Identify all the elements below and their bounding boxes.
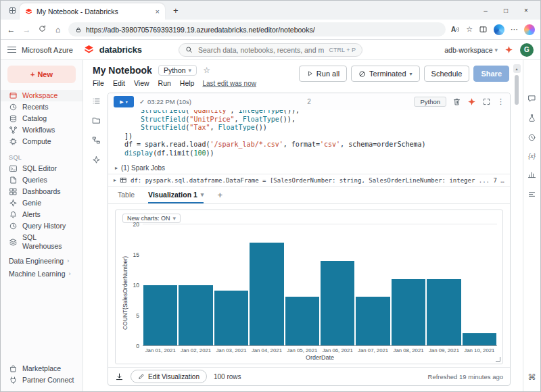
dag-graph-icon[interactable] [92,136,101,145]
menu-help[interactable]: Help [180,79,195,87]
fullscreen-icon[interactable] [482,97,491,106]
workspace-selector[interactable]: adb-workspace▾ [444,46,498,54]
menu-view[interactable]: View [134,79,149,87]
sidebar-item-marketplace[interactable]: Marketplace [1,363,83,374]
forward-icon[interactable]: → [22,26,32,34]
bar-Jan 08, 2021[interactable] [392,279,425,345]
bar-Jan 02, 2021[interactable] [179,285,212,346]
cluster-status-button[interactable]: Terminated ▾ [351,66,419,82]
bar-Jan 03, 2021[interactable] [214,291,248,345]
tab-close-icon[interactable]: × [156,8,160,16]
bar-Jan 04, 2021[interactable] [250,243,283,345]
tab-visualization-1[interactable]: Visualization 1▾ [148,187,204,203]
table-of-contents-icon[interactable] [92,97,101,105]
window-close-button[interactable]: × [516,7,536,14]
refresh-icon[interactable] [37,24,47,34]
outline-icon[interactable] [527,190,536,199]
edit-visualization-button[interactable]: Edit Visualization [131,370,207,383]
sidebar-item-catalog[interactable]: Catalog [1,113,83,124]
schedule-button[interactable]: Schedule [424,66,470,82]
language-selector[interactable]: Python▾ [158,65,197,76]
code-editor[interactable]: StructField("Quantity", IntegerType()), … [108,110,510,162]
window-maximize-button[interactable]: □ [496,7,516,14]
browser-menu-icon[interactable]: ⋯ [511,26,518,33]
new-tab-button[interactable]: + [173,6,179,15]
folder-icon[interactable] [92,116,101,125]
sidebar-item-sql-editor[interactable]: SQL Editor [1,163,83,174]
sidebar-item-sql-warehouses[interactable]: SQL Warehouses [1,232,83,252]
scroll-up-icon[interactable]: ▴ [513,64,521,73]
left-sidebar: +New Workspace Recents Catalog Workflows… [1,60,83,391]
resize-handle[interactable] [496,357,500,362]
sidebar-item-recents[interactable]: Recents [1,101,83,113]
menu-edit[interactable]: Edit [113,79,125,87]
tab-title: My Notebook - Databricks [37,7,151,16]
search-input[interactable] [197,45,325,55]
run-all-button[interactable]: Run all [299,66,347,82]
bar-Jan 06, 2021[interactable] [321,261,354,345]
menu-file[interactable]: File [93,79,104,87]
scrollbar-thumb[interactable] [515,75,519,105]
variable-explorer-icon[interactable]: {x} [528,153,536,160]
sidebar-item-queries[interactable]: Queries [1,174,83,186]
sidebar-item-genie[interactable]: Genie [1,197,83,209]
run-cell-button[interactable]: ▶▾ [114,96,134,107]
assistant-sparkle-icon[interactable] [504,45,513,54]
sidebar-item-query-history[interactable]: Query History [1,220,83,232]
version-history-icon[interactable] [527,133,536,142]
kebab-menu-icon[interactable]: ⋮ [497,97,504,106]
pencil-icon [138,373,145,380]
sidebar-group-machine-learning[interactable]: Machine Learning› [1,265,83,278]
sidebar-item-partner-connect[interactable]: Partner Connect [1,374,83,386]
databricks-favicon-icon [25,8,32,16]
shortcuts-icon[interactable]: ⌘ [528,372,536,382]
sidebar-item-compute[interactable]: Compute [1,136,83,147]
back-icon[interactable]: ← [6,26,16,34]
assistant-sparkle-icon[interactable] [467,97,476,106]
add-visualization-button[interactable]: + [217,190,222,200]
browser-tab[interactable]: My Notebook - Databricks × [20,3,165,20]
bar-Jan 09, 2021[interactable] [427,279,461,345]
copilot-icon[interactable] [524,24,535,35]
charts-icon[interactable] [527,170,536,179]
y-tick-label: 5 [136,313,139,319]
experiments-flask-icon[interactable] [527,114,536,122]
sidebar-item-dashboards[interactable]: Dashboards [1,186,83,197]
trash-icon[interactable] [452,97,461,106]
bar-Jan 07, 2021[interactable] [356,297,390,345]
dataframe-summary-row[interactable]: ▸ df: pyspark.sql.dataframe.DataFrame = … [108,174,510,187]
spark-jobs-row[interactable]: ▸ (1) Spark Jobs [108,162,510,174]
global-search[interactable]: CTRL + P [179,43,362,57]
read-aloud-icon[interactable]: A [451,26,460,33]
favorites-star-icon[interactable]: ☆ [466,26,473,33]
bar-Jan 01, 2021[interactable] [143,285,177,346]
hamburger-menu-icon[interactable] [7,47,16,53]
tab-actions-icon[interactable] [5,6,20,15]
sidebar-group-data-engineering[interactable]: Data Engineering› [1,252,83,265]
browser-profile-avatar[interactable] [494,24,504,35]
comments-icon[interactable] [527,94,536,103]
window-minimize-button[interactable]: – [475,7,496,14]
new-button[interactable]: +New [7,66,76,83]
favorite-star-icon[interactable]: ☆ [203,66,210,75]
notebook-scrollbar[interactable]: ▴ [513,64,521,385]
new-charts-toggle[interactable]: New charts: ON▾ [122,214,181,223]
cell-language-chip[interactable]: Python [414,97,446,107]
home-icon[interactable]: ⌂ [53,26,63,34]
address-input[interactable]: https://adb-3980705769393199.19.azuredat… [68,22,446,36]
databricks-logo-icon [84,45,94,55]
tab-table[interactable]: Table [118,187,135,203]
sidebar-item-workflows[interactable]: Workflows [1,124,83,136]
user-avatar[interactable]: G [520,43,534,57]
sidebar-item-workspace[interactable]: Workspace [1,90,83,101]
last-edit-link[interactable]: Last edit was now [202,80,256,87]
x-axis-ticks: Jan 01, 2021Jan 02, 2021Jan 03, 2021Jan … [143,346,497,353]
share-button[interactable]: Share [473,66,509,82]
bar-Jan 05, 2021[interactable] [285,297,319,345]
bar-Jan 10, 2021[interactable] [463,333,496,345]
split-screen-icon[interactable] [479,25,488,34]
assistant-sparkle-icon[interactable] [92,155,101,164]
sidebar-item-alerts[interactable]: Alerts [1,209,83,220]
menu-run[interactable]: Run [158,79,171,87]
download-icon[interactable] [115,372,124,381]
